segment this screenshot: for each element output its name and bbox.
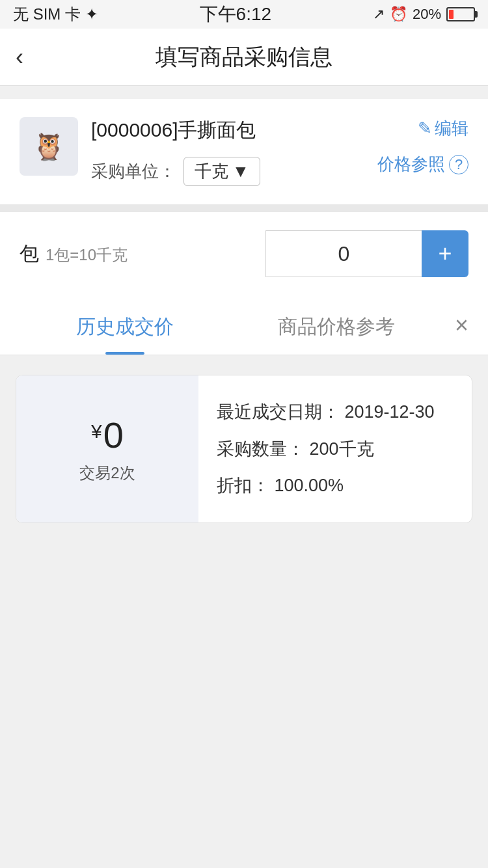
- signal-text: 无 SIM 卡 ✦: [13, 4, 98, 25]
- battery-percent: 20%: [413, 6, 441, 23]
- alarm-icon: ⏰: [390, 6, 407, 23]
- location-icon: ↗: [373, 6, 385, 23]
- purchase-qty-row: 采购数量： 200千克: [217, 436, 454, 463]
- purchase-qty-value: 200千克: [310, 439, 374, 459]
- tab-close-button[interactable]: ×: [442, 299, 468, 352]
- unit-label: 采购单位：: [91, 160, 176, 183]
- quantity-right: 0 +: [265, 230, 468, 277]
- discount-row: 折扣： 100.00%: [217, 472, 454, 499]
- history-price-left: ¥ 0 交易2次: [16, 375, 198, 522]
- quantity-left: 包 1包=10千克: [20, 241, 128, 267]
- battery-icon: [446, 7, 475, 21]
- tab-product-price-ref[interactable]: 商品价格参考: [230, 295, 441, 355]
- history-price-value: ¥ 0: [91, 414, 124, 456]
- currency-symbol: ¥: [91, 420, 102, 442]
- product-right: ✎ 编辑 价格参照 ?: [377, 117, 468, 176]
- section-divider: [0, 204, 488, 212]
- discount-value: 100.00%: [275, 476, 344, 495]
- status-left: 无 SIM 卡 ✦: [13, 4, 98, 25]
- purchase-qty-label: 采购数量：: [217, 439, 305, 459]
- price-number: 0: [103, 414, 124, 456]
- history-price-right: 最近成交日期： 2019-12-30 采购数量： 200千克 折扣： 100.0…: [198, 375, 472, 522]
- history-price-card: ¥ 0 交易2次 最近成交日期： 2019-12-30 采购数量： 200千克 …: [16, 375, 472, 523]
- product-thumbnail: 🦉: [20, 117, 78, 176]
- product-icon: 🦉: [33, 133, 65, 159]
- edit-icon: ✎: [418, 118, 432, 139]
- status-time: 下午6:12: [200, 2, 272, 27]
- dropdown-icon: ▼: [232, 161, 249, 182]
- price-ref-label: 价格参照: [377, 153, 445, 176]
- status-bar: 无 SIM 卡 ✦ 下午6:12 ↗ ⏰ 20%: [0, 0, 488, 29]
- quantity-row: 包 1包=10千克 0 +: [0, 212, 488, 295]
- unit-value: 千克: [195, 160, 228, 183]
- discount-label: 折扣：: [217, 476, 269, 495]
- quantity-unit: 包: [20, 241, 39, 267]
- product-info: [0000006]手撕面包 采购单位： 千克 ▼: [91, 117, 260, 186]
- back-button[interactable]: ‹: [16, 44, 23, 71]
- tab-history-price[interactable]: 历史成交价: [20, 295, 230, 355]
- recent-date-label: 最近成交日期：: [217, 402, 340, 422]
- bottom-area: [0, 543, 488, 869]
- quantity-conversion: 1包=10千克: [46, 245, 128, 265]
- plus-icon: +: [438, 240, 452, 267]
- quantity-plus-button[interactable]: +: [422, 230, 468, 277]
- recent-date-value: 2019-12-30: [345, 402, 435, 422]
- nav-bar: ‹ 填写商品采购信息: [0, 29, 488, 86]
- tabs-container: 历史成交价 商品价格参考 ×: [0, 295, 488, 355]
- edit-button[interactable]: ✎ 编辑: [418, 117, 468, 140]
- unit-select[interactable]: 千克 ▼: [183, 157, 260, 186]
- status-right: ↗ ⏰ 20%: [373, 6, 475, 23]
- page-title: 填写商品采购信息: [156, 42, 332, 72]
- recent-date-row: 最近成交日期： 2019-12-30: [217, 399, 454, 426]
- price-ref-button[interactable]: 价格参照 ?: [377, 153, 468, 176]
- product-card: 🦉 [0000006]手撕面包 采购单位： 千克 ▼ ✎ 编辑: [0, 99, 488, 204]
- trades-count: 交易2次: [79, 463, 135, 483]
- quantity-input[interactable]: 0: [265, 230, 422, 277]
- product-name: [0000006]手撕面包: [91, 117, 260, 144]
- help-icon: ?: [449, 155, 468, 174]
